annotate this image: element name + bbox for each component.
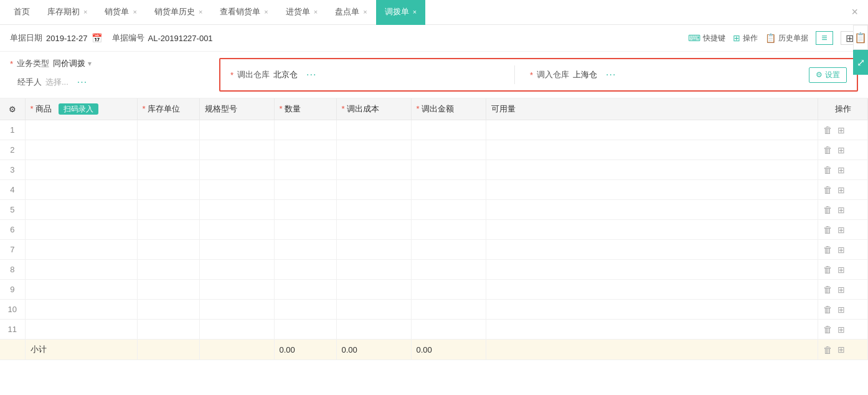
row-num-5: 5 (0, 200, 25, 220)
date-value[interactable]: 2019-12-27 (46, 34, 88, 43)
table-row: 10 🗑⊞ (0, 300, 868, 320)
row-available-2[interactable] (486, 140, 818, 160)
warehouse-in-field: * 调入仓库 上海仓 ··· (530, 69, 799, 80)
row-delete-8[interactable]: 🗑 (823, 264, 833, 275)
row-num-3: 3 (0, 160, 25, 180)
tab-view-sales[interactable]: 查看销货单 × (211, 0, 276, 25)
tab-home[interactable]: 首页 (5, 0, 39, 25)
tab-sales-order[interactable]: 销货单 × (96, 0, 145, 25)
row-copy-1[interactable]: ⊞ (837, 125, 845, 135)
form-left: * 业务类型 同价调拨 ▾ 经手人 选择... ··· (10, 58, 209, 88)
row-copy-7[interactable]: ⊞ (837, 245, 845, 255)
row-available-1[interactable] (486, 120, 818, 140)
col-settings[interactable]: ⚙ (0, 98, 25, 120)
warehouse-in-value[interactable]: 上海仓 (573, 69, 597, 80)
subtotal-quantity: 0.00 (274, 340, 336, 360)
scan-btn[interactable]: 扫码录入 (59, 103, 98, 115)
settings-gear-icon[interactable]: ⚙ (9, 105, 16, 114)
row-spec-2[interactable] (199, 140, 274, 160)
calendar-icon[interactable]: 📅 (92, 33, 102, 43)
row-copy-6[interactable]: ⊞ (837, 225, 845, 235)
warehouse-out-required: * (230, 70, 234, 80)
table-row: 11 🗑⊞ (0, 320, 868, 340)
col-product: * 商品 扫码录入 (25, 98, 137, 120)
manager-select[interactable]: 选择... (45, 77, 68, 88)
col-spec: 规格型号 (199, 98, 274, 120)
row-spec-1[interactable] (199, 120, 274, 140)
business-type-select[interactable]: 同价调拨 ▾ (53, 58, 92, 69)
row-quantity-2[interactable] (274, 140, 336, 160)
row-copy-2[interactable]: ⊞ (837, 145, 845, 155)
warehouse-area: * 调出仓库 北京仓 ··· * 调入仓库 上海仓 ··· ⚙ 设置 (219, 58, 858, 92)
row-copy-10[interactable]: ⊞ (837, 305, 845, 315)
row-copy-8[interactable]: ⊞ (837, 265, 845, 275)
tab-close-transfer[interactable]: × (413, 8, 417, 16)
tab-close-sales-order[interactable]: × (133, 8, 136, 16)
tab-close-inventory-check[interactable]: × (363, 8, 367, 16)
row-copy-9[interactable]: ⊞ (837, 285, 845, 295)
row-amount-1[interactable] (411, 120, 486, 140)
row-copy-3[interactable]: ⊞ (837, 165, 845, 175)
row-delete-3[interactable]: 🗑 (823, 164, 833, 175)
subtotal-amount: 0.00 (411, 340, 486, 360)
row-delete-11[interactable]: 🗑 (823, 324, 833, 335)
row-delete-9[interactable]: 🗑 (823, 284, 833, 295)
row-num-11: 11 (0, 320, 25, 340)
manager-dots-btn[interactable]: ··· (77, 77, 87, 88)
row-delete-6[interactable]: 🗑 (823, 224, 833, 235)
tab-sales-history[interactable]: 销货单历史 × (146, 0, 211, 25)
row-unit-1[interactable] (137, 120, 199, 140)
row-copy-4[interactable]: ⊞ (837, 185, 845, 195)
tab-bar: 首页 库存期初 × 销货单 × 销货单历史 × 查看销货单 × 进货单 × 盘点… (0, 0, 868, 25)
col-cost: * 调出成本 (336, 98, 411, 120)
table-row: 3 🗑⊞ (0, 160, 868, 180)
history-icon: 📋 (765, 33, 776, 43)
row-ops-1: 🗑 ⊞ (818, 120, 868, 140)
row-num-4: 4 (0, 180, 25, 200)
tab-inventory-init[interactable]: 库存期初 × (39, 0, 96, 25)
setting-btn[interactable]: ⚙ 设置 (809, 67, 847, 83)
sidebar-expand-btn[interactable]: ⤢ (853, 50, 868, 75)
tab-purchase-order[interactable]: 进货单 × (277, 0, 326, 25)
tab-close-purchase-order[interactable]: × (314, 8, 318, 16)
tab-bar-close-btn[interactable]: × (846, 6, 863, 19)
business-type-field: * 业务类型 同价调拨 ▾ (10, 58, 209, 69)
history-btn[interactable]: 📋 历史单据 (765, 33, 808, 44)
row-copy-5[interactable]: ⊞ (837, 205, 845, 215)
row-unit-2[interactable] (137, 140, 199, 160)
row-copy-11[interactable]: ⊞ (837, 325, 845, 335)
shortcut-btn[interactable]: ⌨ 快捷键 (688, 33, 725, 44)
row-delete-2[interactable]: 🗑 (823, 145, 833, 155)
row-delete-1[interactable]: 🗑 (823, 125, 833, 135)
row-delete-7[interactable]: 🗑 (823, 244, 833, 255)
row-num-6: 6 (0, 220, 25, 240)
warehouse-divider (514, 65, 515, 84)
tab-close-sales-history[interactable]: × (199, 8, 202, 16)
table-row: 2 🗑 ⊞ (0, 140, 868, 160)
row-cost-2[interactable] (336, 140, 411, 160)
warehouse-out-dots-btn[interactable]: ··· (306, 69, 316, 80)
row-cost-1[interactable] (336, 120, 411, 140)
table-container[interactable]: ⚙ * 商品 扫码录入 * 库存单位 规格型号 (0, 98, 868, 395)
tab-close-view-sales[interactable]: × (264, 8, 268, 16)
subtotal-copy[interactable]: ⊞ (837, 345, 845, 355)
sidebar-notes-btn[interactable]: 📋 (853, 25, 868, 50)
operation-btn[interactable]: ⊞ 操作 (733, 33, 758, 44)
subtotal-del[interactable]: 🗑 (823, 345, 833, 355)
layout-btn-active[interactable]: ≡ (816, 31, 833, 45)
table-row: 8 🗑⊞ (0, 260, 868, 280)
row-delete-10[interactable]: 🗑 (823, 304, 833, 315)
row-delete-5[interactable]: 🗑 (823, 204, 833, 215)
tab-transfer[interactable]: 调拨单 × (376, 0, 425, 25)
setting-gear-icon: ⚙ (816, 70, 823, 79)
tab-close-inventory-init[interactable]: × (83, 8, 87, 16)
row-delete-4[interactable]: 🗑 (823, 184, 833, 195)
warehouse-in-dots-btn[interactable]: ··· (606, 69, 616, 80)
row-amount-2[interactable] (411, 140, 486, 160)
row-quantity-1[interactable] (274, 120, 336, 140)
row-product-2[interactable] (25, 140, 137, 160)
row-product-1[interactable] (25, 120, 137, 140)
tab-inventory-check[interactable]: 盘点单 × (326, 0, 375, 25)
warehouse-out-value[interactable]: 北京仓 (273, 69, 298, 80)
subtotal-row: 小计 0.00 0.00 0.00 🗑⊞ (0, 340, 868, 360)
